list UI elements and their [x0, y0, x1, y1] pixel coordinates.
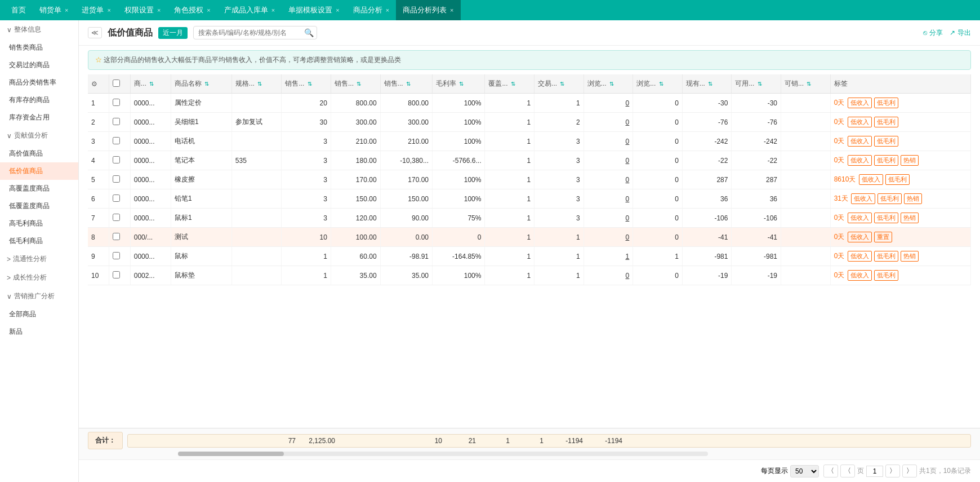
- col-transactions-sort[interactable]: ⇅: [560, 81, 564, 87]
- pv1-link[interactable]: 0: [626, 157, 630, 165]
- col-gear[interactable]: ⚙: [88, 74, 109, 94]
- col-checkbox[interactable]: [109, 74, 131, 94]
- table-wrapper[interactable]: ⚙ 商... ⇅ 商品名称 ⇅ 规格... ⇅ 销售... ⇅ 销售... ⇅ …: [79, 74, 980, 428]
- row-checkbox[interactable]: [113, 99, 120, 106]
- prev-page-button[interactable]: 〈: [840, 465, 855, 477]
- page-number-input[interactable]: [866, 466, 883, 477]
- cell-pv1[interactable]: 0: [583, 113, 633, 132]
- nav-template-settings[interactable]: 单据模板设置 ×: [282, 0, 346, 20]
- sidebar-item-low-margin[interactable]: 低毛利商品: [0, 232, 78, 250]
- col-code-sort[interactable]: ⇅: [149, 81, 154, 87]
- cell-checkbox[interactable]: [109, 113, 131, 132]
- pv1-link[interactable]: 0: [626, 99, 630, 107]
- cell-pv1[interactable]: 0: [583, 266, 633, 285]
- sidebar-item-all-products[interactable]: 全部商品: [0, 306, 78, 323]
- last-page-button[interactable]: 〉: [902, 465, 917, 477]
- nav-role-auth[interactable]: 角色授权 ×: [167, 0, 217, 20]
- col-sales-avg-sort[interactable]: ⇅: [406, 81, 411, 87]
- pv1-link[interactable]: 0: [626, 233, 630, 241]
- sidebar-group-contribution[interactable]: ∨ 贡献值分析: [0, 126, 78, 145]
- nav-product-analysis-list[interactable]: 商品分析列表 ×: [396, 0, 460, 20]
- nav-sales-order[interactable]: 销货单 ×: [33, 0, 75, 20]
- pv1-link[interactable]: 0: [626, 195, 630, 203]
- cell-pv1[interactable]: 1: [583, 247, 633, 266]
- cell-pv1[interactable]: 0: [583, 132, 633, 151]
- row-checkbox[interactable]: [113, 271, 120, 278]
- export-button[interactable]: ↗ 导出: [950, 28, 971, 38]
- sidebar-item-inventory-capital[interactable]: 库存资金占用: [0, 109, 78, 126]
- cell-checkbox[interactable]: [109, 132, 131, 151]
- nav-template-settings-close[interactable]: ×: [336, 7, 339, 14]
- nav-purchase-order-close[interactable]: ×: [107, 7, 110, 14]
- nav-permission-close[interactable]: ×: [157, 7, 161, 14]
- row-checkbox[interactable]: [113, 194, 120, 202]
- nav-sales-order-close[interactable]: ×: [65, 7, 68, 14]
- sidebar-group-overview[interactable]: ∨ 整体信息: [0, 20, 78, 39]
- row-checkbox[interactable]: [113, 137, 120, 144]
- period-button[interactable]: 近一月: [158, 27, 188, 39]
- row-checkbox[interactable]: [113, 233, 120, 240]
- col-pv1-sort[interactable]: ⇅: [609, 81, 614, 87]
- nav-purchase-order[interactable]: 进货单 ×: [75, 0, 117, 20]
- col-name-sort[interactable]: ⇅: [204, 81, 209, 87]
- cell-checkbox[interactable]: [109, 94, 131, 113]
- sidebar-group-circulation[interactable]: > 流通性分析: [0, 250, 78, 268]
- sidebar-group-marketing[interactable]: ∨ 营销推广分析: [0, 287, 78, 306]
- sidebar-item-high-coverage[interactable]: 高覆盖度商品: [0, 180, 78, 197]
- col-coverage-sort[interactable]: ⇅: [511, 81, 515, 87]
- sidebar-item-stocked-products[interactable]: 有库存的商品: [0, 91, 78, 109]
- search-button[interactable]: 🔍: [304, 28, 314, 37]
- cell-checkbox[interactable]: [109, 209, 131, 228]
- nav-product-analysis-close[interactable]: ×: [386, 7, 389, 14]
- nav-home[interactable]: 首页: [5, 0, 33, 20]
- collapse-sidebar-button[interactable]: ≪: [88, 27, 102, 38]
- nav-permission[interactable]: 权限设置 ×: [118, 0, 167, 20]
- cell-pv1[interactable]: 0: [583, 94, 633, 113]
- pv1-link[interactable]: 1: [626, 253, 630, 260]
- cell-pv1[interactable]: 0: [583, 151, 633, 170]
- nav-product-analysis-list-close[interactable]: ×: [450, 7, 453, 14]
- nav-product-inbound-close[interactable]: ×: [271, 7, 275, 14]
- share-button[interactable]: ⎋ 分享: [923, 28, 943, 38]
- pv1-link[interactable]: 0: [626, 118, 630, 126]
- col-sales-qty-sort[interactable]: ⇅: [308, 81, 312, 87]
- cell-pv1[interactable]: 0: [583, 209, 633, 228]
- col-sales-amt-sort[interactable]: ⇅: [357, 81, 361, 87]
- nav-role-auth-close[interactable]: ×: [207, 7, 210, 14]
- row-checkbox[interactable]: [113, 175, 120, 183]
- sidebar-item-new-products[interactable]: 新品: [0, 323, 78, 341]
- col-spec-sort[interactable]: ⇅: [257, 81, 262, 87]
- row-checkbox[interactable]: [113, 252, 120, 259]
- cell-checkbox[interactable]: [109, 170, 131, 189]
- col-gross-rate-sort[interactable]: ⇅: [459, 81, 464, 87]
- col-pv2-sort[interactable]: ⇅: [659, 81, 663, 87]
- sidebar-item-high-value[interactable]: 高价值商品: [0, 145, 78, 162]
- sidebar-item-low-coverage[interactable]: 低覆盖度商品: [0, 197, 78, 215]
- row-checkbox[interactable]: [113, 118, 120, 125]
- sidebar-item-category-sales[interactable]: 商品分类销售率: [0, 74, 78, 91]
- cell-pv1[interactable]: 0: [583, 170, 633, 189]
- sidebar-item-sales-products[interactable]: 销售类商品: [0, 39, 78, 56]
- row-checkbox[interactable]: [113, 214, 120, 221]
- cell-checkbox[interactable]: [109, 151, 131, 170]
- pv1-link[interactable]: 0: [626, 214, 630, 222]
- pv1-link[interactable]: 0: [626, 176, 630, 184]
- nav-product-analysis[interactable]: 商品分析 ×: [346, 0, 396, 20]
- sidebar-item-high-margin[interactable]: 高毛利商品: [0, 215, 78, 232]
- gear-icon[interactable]: ⚙: [91, 80, 97, 88]
- nav-product-inbound[interactable]: 产成品入库单 ×: [217, 0, 282, 20]
- per-page-select[interactable]: 50 100 200: [790, 465, 819, 477]
- cell-checkbox[interactable]: [109, 189, 131, 209]
- pv1-link[interactable]: 0: [626, 272, 630, 280]
- cell-pv1[interactable]: 0: [583, 189, 633, 209]
- row-checkbox[interactable]: [113, 156, 120, 163]
- cell-checkbox[interactable]: [109, 228, 131, 247]
- pv1-link[interactable]: 0: [626, 138, 630, 145]
- sidebar-item-traded-products[interactable]: 交易过的商品: [0, 56, 78, 74]
- col-current-stock-sort[interactable]: ⇅: [708, 81, 712, 87]
- select-all-checkbox[interactable]: [113, 79, 120, 87]
- first-page-button[interactable]: 〈: [823, 465, 838, 477]
- cell-pv1[interactable]: 0: [583, 228, 633, 247]
- sidebar-group-growth[interactable]: > 成长性分析: [0, 268, 78, 287]
- next-page-button[interactable]: 〉: [885, 465, 900, 477]
